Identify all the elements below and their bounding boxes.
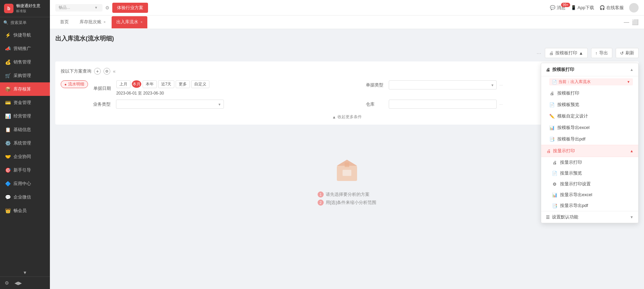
sidebar-item-operations[interactable]: 📊 经营管理 (0, 109, 50, 123)
topbar-breadcrumb-area: ▼ ⚙ 体验行业方案 (55, 3, 546, 13)
tab-inventory-flow-close[interactable]: × (140, 20, 142, 24)
topbar-gear-icon[interactable]: ⚙ (105, 5, 110, 10)
topbar-online-service[interactable]: 🎧 在线客服 (599, 5, 624, 11)
dropdown-panel-header: 🖨 按模板打印 ▲ (541, 63, 638, 76)
date-btn-custom[interactable]: 自定义 (191, 80, 209, 88)
sidebar-item-inventory[interactable]: 📦 库存核算 (0, 82, 50, 96)
filter-warehouse-select[interactable] (389, 100, 497, 109)
sidebar-item-marketing[interactable]: 📣 营销推广 (0, 42, 50, 55)
warehouse-more-icon[interactable]: ··· (499, 102, 503, 107)
printer-icon-panel: 🖨 (546, 67, 550, 72)
sidebar-search[interactable]: 🔍 搜索菜单 (0, 17, 50, 28)
display-print-item-icon: 🖨 (552, 160, 557, 165)
sidebar-item-label: 企业协同 (13, 154, 31, 160)
filter-date-range: 2023-06-01 至 2023-06-30 (116, 90, 210, 96)
filter-doc-type-select[interactable] (389, 80, 497, 89)
filter-date-item: 单据日期 上月 本月 本年 近7天 更多 自定义 2023-06-01 至 20… (93, 80, 361, 96)
logo-text: 畅捷通好生意 标准版 (16, 3, 40, 14)
industry-solution-button[interactable]: 体验行业方案 (112, 3, 148, 13)
purchase-icon: 🛒 (5, 73, 11, 78)
topbar-search-wrap[interactable]: ▼ (55, 4, 103, 11)
dropdown-item-template-custom[interactable]: ✏️ 模板自定义设计 (541, 110, 638, 122)
current-icon: 📄 (552, 80, 557, 84)
sidebar-item-app-center[interactable]: 🔷 应用中心 (0, 177, 50, 190)
basic-icon: 📋 (5, 127, 11, 132)
tab-inventory-flow[interactable]: 出入库流水 × (112, 16, 147, 28)
tab-inventory-batch[interactable]: 库存批次账 × (75, 16, 110, 28)
display-pdf-icon: 📑 (552, 203, 557, 208)
dropdown-item-display-print-settings[interactable]: ⚙ 按显示打印设置 (541, 179, 638, 189)
topbar-message[interactable]: 💬 消息 99+ (550, 5, 565, 11)
date-btn-this-month[interactable]: 本月 (132, 80, 141, 88)
sidebar-item-system[interactable]: ⚙️ 系统管理 (0, 136, 50, 150)
app-center-icon: 🔷 (5, 181, 11, 186)
sidebar-item-label: 库存核算 (13, 86, 31, 92)
sidebar-item-label: 销售管理 (13, 59, 31, 65)
doc-type-more-icon[interactable]: ··· (499, 83, 503, 87)
display-export-excel-label: 按显示导出excel (560, 192, 592, 198)
sidebar-item-wechat[interactable]: 💬 企业微信 (0, 190, 50, 204)
svg-rect-2 (343, 170, 351, 176)
filter-settings-button[interactable]: ⚙ (104, 68, 110, 75)
sidebar-item-enterprise[interactable]: 🤝 企业协同 (0, 150, 50, 163)
template-print-button[interactable]: 🖨 按模板打印 ▲ (545, 48, 588, 58)
empty-state-icon (332, 156, 362, 186)
sidebar-item-guide[interactable]: 🎯 新手引导 (0, 163, 50, 177)
guide-icon: 🎯 (5, 167, 11, 173)
dropdown-display-print-header[interactable]: 🖨 按显示打印 ▲ (541, 145, 638, 157)
date-btn-more[interactable]: 更多 (176, 80, 190, 88)
system-icon: ⚙️ (5, 140, 11, 146)
topbar-app-download[interactable]: 📱 App下载 (571, 5, 594, 11)
sidebar-item-label: 营销推广 (13, 46, 31, 52)
sidebar-item-basic[interactable]: 📋 基础信息 (0, 123, 50, 136)
tab-inventory-batch-label: 库存批次账 (80, 19, 101, 25)
date-btn-this-year[interactable]: 本年 (143, 80, 157, 88)
user-avatar[interactable] (629, 3, 639, 12)
dropdown-item-template-preview[interactable]: 📄 按模板预览 (541, 99, 638, 110)
dropdown-current-chevron: ▼ (627, 80, 630, 84)
sidebar-item-label: 新手引导 (13, 167, 31, 173)
date-btn-7days[interactable]: 近7天 (158, 80, 175, 88)
sidebar-item-sales[interactable]: 💰 销售管理 (0, 55, 50, 69)
collapse-sidebar-icon[interactable]: ◀▶ (14, 280, 22, 286)
dropdown-item-display-print[interactable]: 🖨 按显示打印 (541, 157, 638, 168)
tab-inventory-batch-close[interactable]: × (104, 20, 106, 24)
dropdown-panel-chevron-up[interactable]: ▲ (630, 68, 634, 72)
tab-home[interactable]: 首页 (55, 16, 74, 28)
export-button[interactable]: ↑ 导出 (591, 48, 613, 58)
sidebar-logo: b 畅捷通好生意 标准版 (0, 0, 50, 17)
dropdown-item-template-print[interactable]: 🖨 按模板打印 (541, 87, 638, 99)
dropdown-footer[interactable]: ☰ 设置默认功能 ▼ (541, 211, 638, 223)
filter-doc-type-select-wrap: ▼ (389, 80, 497, 89)
dropdown-item-template-export-excel[interactable]: 📊 按模板导出excel (541, 122, 638, 133)
topbar-search-input[interactable] (59, 5, 92, 10)
sales-icon: 💰 (5, 59, 11, 65)
footer-chevron-icon: ▼ (630, 215, 634, 219)
filter-biz-type-select[interactable] (116, 100, 224, 109)
tab-minimize-icon[interactable]: — (624, 19, 629, 25)
more-options-dots[interactable]: ··· (537, 51, 541, 56)
tab-maximize-icon[interactable]: ⬜ (632, 19, 639, 25)
dropdown-item-display-export-pdf[interactable]: 📑 按显示导出pdf (541, 200, 638, 211)
template-pdf-item-icon: 📑 (549, 136, 555, 142)
filter-collapse-icon[interactable]: « (113, 69, 116, 74)
filter-chip[interactable]: ● 流水明细 (61, 80, 88, 88)
dropdown-current-text: 当前：出入库流水 (558, 79, 591, 85)
dropdown-item-display-export-excel[interactable]: 📊 按显示导出excel (541, 189, 638, 200)
online-service-label: 在线客服 (606, 5, 624, 11)
settings-bottom-icon[interactable]: ⚙ (5, 280, 9, 286)
marketing-icon: 📣 (5, 46, 11, 51)
date-btn-last-month[interactable]: 上月 (116, 80, 130, 88)
dropdown-item-display-preview[interactable]: 📄 按显示预览 (541, 168, 638, 179)
refresh-button[interactable]: ↺ 刷新 (616, 48, 639, 58)
sidebar-item-quick-nav[interactable]: ⚡ 快捷导航 (0, 28, 50, 42)
filter-add-button[interactable]: + (94, 68, 101, 75)
display-print-header-icon: 🖨 (547, 149, 551, 154)
sidebar-item-vip[interactable]: 👑 畅会员 (0, 204, 50, 217)
sidebar-item-purchase[interactable]: 🛒 采购管理 (0, 69, 50, 82)
sidebar-scroll-down[interactable]: ▼ (0, 269, 50, 277)
filter-label: 按以下方案查询 (61, 68, 91, 74)
sidebar-item-finance[interactable]: 💳 资金管理 (0, 96, 50, 109)
export-icon: ↑ (595, 51, 598, 56)
dropdown-item-template-export-pdf[interactable]: 📑 按模板导出pdf (541, 133, 638, 145)
